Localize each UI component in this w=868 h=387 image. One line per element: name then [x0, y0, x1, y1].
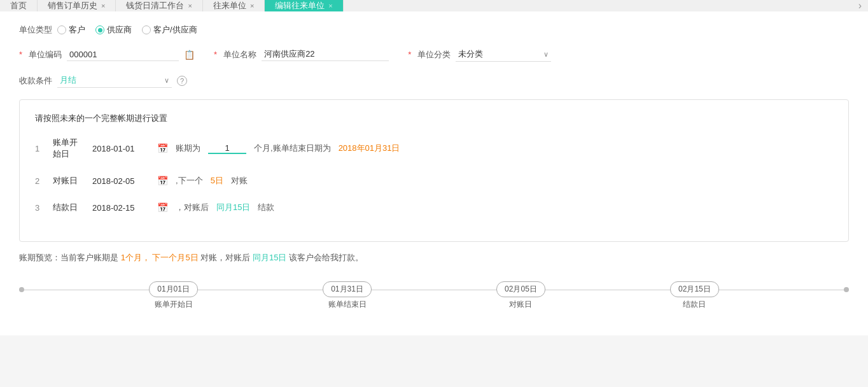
tab-expander[interactable]: › [852, 0, 868, 11]
payment-terms-label: 收款条件 [19, 75, 52, 87]
settlement-label-2: 对账日 [53, 175, 85, 186]
timeline: 01月01日 账单开始日 01月31日 账单结束日 02月05日 对账日 02月… [19, 281, 849, 297]
timeline-node-4: 02月15日 结款日 [670, 281, 719, 297]
unit-code-input[interactable] [67, 48, 179, 61]
unit-category-group: * 单位分类 未分类 ∨ [408, 47, 551, 62]
preview-part1: 1个月， [121, 253, 150, 262]
unit-type-label: 单位类型 [19, 24, 52, 36]
radio-customer[interactable]: 客户 [57, 24, 85, 36]
close-icon[interactable]: × [328, 2, 332, 10]
preview-suffix: 该客户会给我打款。 [289, 253, 363, 262]
timeline-badge-1: 01月01日 [149, 281, 198, 297]
timeline-end-dot [844, 287, 849, 292]
settlement-row-1: 1 账单开始日 2018-01-01 📅 账期为 个月,账单结束日期为 2018… [35, 137, 833, 160]
tab-cashier-workbench-label: 钱货日清工作台 [126, 0, 184, 11]
unit-type-group: 单位类型 客户 供应商 客户/供应商 [19, 24, 197, 36]
settlement-label-3: 结款日 [53, 202, 85, 213]
payment-terms-value: 月结 [60, 74, 162, 86]
radio-supplier[interactable]: 供应商 [95, 24, 132, 36]
settlement-desc-3-pre: ，对账后 [176, 202, 209, 213]
settlement-title: 请按照未来的一个完整帐期进行设置 [35, 113, 833, 124]
tab-sales-history-label: 销售订单历史 [48, 0, 97, 11]
timeline-line [19, 290, 849, 290]
chevron-down-icon: ∨ [543, 50, 549, 59]
unit-category-required: * [408, 50, 411, 59]
unit-name-required: * [214, 50, 217, 59]
timeline-badge-3: 02月05日 [496, 281, 545, 297]
settlement-desc-2-highlight: 5日 [211, 175, 223, 186]
radio-supplier-label: 供应商 [107, 24, 132, 36]
timeline-label-3: 对账日 [509, 299, 532, 310]
timeline-label-1: 账单开始日 [155, 299, 193, 310]
tab-partner-units-label: 往来单位 [213, 0, 246, 11]
radio-both-label: 客户/供应商 [153, 24, 197, 36]
settlement-desc-3-post: 结款 [258, 202, 274, 213]
radio-customer-label: 客户 [69, 24, 85, 36]
period-input[interactable] [208, 143, 246, 154]
tab-partner-units[interactable]: 往来单位 × [203, 0, 265, 11]
unit-code-label: 单位编码 [29, 49, 62, 60]
timeline-start-dot [19, 287, 24, 292]
help-icon[interactable]: ? [177, 76, 187, 86]
preview-middle: 对账，对账后 [200, 253, 250, 262]
calendar-icon-3[interactable]: 📅 [157, 202, 168, 213]
timeline-label-2: 账单结束日 [328, 299, 367, 310]
chevron-down-icon: ∨ [164, 76, 169, 85]
settlement-label-1: 账单开始日 [53, 137, 85, 160]
settlement-end-date: 2018年01月31日 [339, 143, 400, 154]
timeline-container: 01月01日 账单开始日 01月31日 账单结束日 02月05日 对账日 02月… [19, 276, 849, 323]
tab-sales-history[interactable]: 销售订单历史 × [38, 0, 116, 11]
preview-prefix: 账期预览：当前客户账期是 [19, 253, 118, 262]
radio-circle-both [142, 25, 151, 34]
unit-name-group: * 单位名称 [214, 48, 389, 61]
payment-terms-dropdown[interactable]: 月结 ∨ [57, 73, 172, 88]
payment-terms-group: 收款条件 月结 ∨ ? [19, 73, 187, 88]
close-icon[interactable]: × [250, 2, 254, 10]
unit-name-label: 单位名称 [223, 49, 256, 60]
unit-category-value: 未分类 [458, 48, 541, 60]
unit-code-group: * 单位编码 📋 [19, 48, 195, 61]
settlement-period-label-pre: 账期为 [176, 143, 200, 154]
preview-part2: 下一个月5日 [152, 253, 198, 262]
settlement-box: 请按照未来的一个完整帐期进行设置 1 账单开始日 2018-01-01 📅 账期… [19, 99, 849, 242]
settlement-desc-2-post: 对账 [231, 175, 248, 186]
unit-category-label: 单位分类 [417, 49, 451, 60]
settlement-desc-2-pre: ,下一个 [176, 175, 203, 186]
tab-edit-partner-label: 编辑往来单位 [275, 0, 325, 11]
unit-code-required: * [19, 50, 22, 59]
tab-edit-partner[interactable]: 编辑往来单位 × [265, 0, 343, 11]
tab-bar: 首页 销售订单历史 × 钱货日清工作台 × 往来单位 × 编辑往来单位 × › [0, 0, 868, 11]
timeline-node-2: 01月31日 账单结束日 [323, 281, 372, 297]
unit-category-dropdown[interactable]: 未分类 ∨ [456, 47, 551, 62]
settlement-date-3: 2018-02-15 [92, 203, 150, 213]
calendar-icon-1[interactable]: 📅 [157, 143, 168, 153]
close-icon[interactable]: × [101, 2, 105, 10]
timeline-node-1: 01月01日 账单开始日 [149, 281, 198, 297]
preview-text: 账期预览：当前客户账期是 1个月， 下一个月5日 对账，对账后 同月15日 该客… [19, 252, 849, 264]
tab-cashier-workbench[interactable]: 钱货日清工作台 × [116, 0, 202, 11]
timeline-badge-4: 02月15日 [670, 281, 719, 297]
radio-group-unit-type: 客户 供应商 客户/供应商 [57, 24, 197, 36]
main-content: 单位类型 客户 供应商 客户/供应商 * 单位编码 [0, 11, 868, 335]
settlement-num-1: 1 [35, 144, 45, 153]
unit-type-row: 单位类型 客户 供应商 客户/供应商 [19, 24, 849, 36]
settlement-desc-3-highlight: 同月15日 [216, 202, 250, 213]
settlement-num-2: 2 [35, 176, 45, 186]
tab-home-label: 首页 [10, 0, 27, 11]
copy-icon[interactable]: 📋 [184, 50, 195, 60]
unit-info-row: * 单位编码 📋 * 单位名称 * 单位分类 未分类 ∨ [19, 47, 849, 62]
close-icon[interactable]: × [188, 2, 192, 10]
settlement-row-3: 3 结款日 2018-02-15 📅 ，对账后 同月15日 结款 [35, 202, 833, 213]
timeline-label-4: 结款日 [683, 299, 706, 310]
payment-terms-row: 收款条件 月结 ∨ ? [19, 73, 849, 88]
radio-circle-customer [57, 25, 66, 34]
calendar-icon-2[interactable]: 📅 [157, 176, 168, 186]
tab-home[interactable]: 首页 [0, 0, 38, 11]
settlement-date-1: 2018-01-01 [92, 144, 150, 153]
radio-circle-supplier [95, 25, 104, 34]
preview-part3: 同月15日 [253, 253, 286, 262]
settlement-date-2: 2018-02-05 [92, 176, 150, 186]
settlement-period-label-post: 个月,账单结束日期为 [254, 143, 331, 154]
radio-both[interactable]: 客户/供应商 [142, 24, 197, 36]
unit-name-input[interactable] [262, 48, 389, 61]
